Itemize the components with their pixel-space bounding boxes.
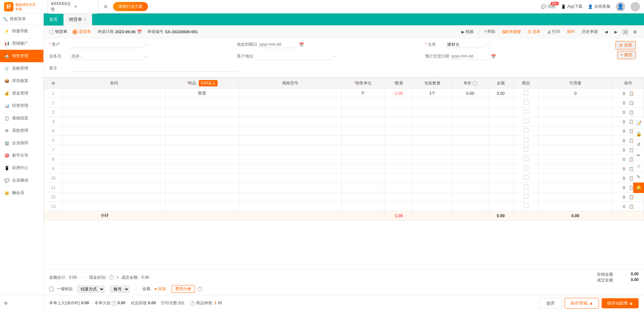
cell-spec[interactable] <box>239 164 341 173</box>
cell-product[interactable] <box>165 98 239 108</box>
radio-sales-order[interactable]: 销货单 <box>49 29 67 35</box>
cell-gift[interactable] <box>513 89 538 98</box>
cell-quantity[interactable] <box>384 192 412 202</box>
company-selector[interactable]: XXXXXX公司 ▼ <box>48 0 98 14</box>
cell-barcode[interactable] <box>63 117 165 126</box>
avatar[interactable]: 👤 <box>616 2 625 11</box>
salesman-dots-btn[interactable]: ··· <box>145 54 148 59</box>
copy-icon[interactable]: 📋 <box>629 204 634 209</box>
cell-quantity[interactable] <box>384 98 412 108</box>
cell-spec[interactable] <box>239 136 341 145</box>
nav-prev-btn[interactable]: ◀ <box>603 29 610 35</box>
cell-gift[interactable] <box>513 155 538 164</box>
cell-product[interactable] <box>165 117 239 126</box>
logistics-button[interactable]: + 物流 <box>617 51 636 59</box>
remark-input[interactable] <box>69 65 237 72</box>
radio-return-order[interactable]: 退货单 <box>73 29 91 35</box>
view-grid-btn[interactable]: ⊞ <box>631 29 639 35</box>
copy-icon[interactable]: 📋 <box>629 91 634 96</box>
delete-icon[interactable]: 🗑 <box>622 110 626 115</box>
history-btn[interactable]: 历史单据 <box>580 28 600 35</box>
warehouse-dots-btn[interactable]: ··· <box>487 42 490 47</box>
cell-product[interactable] <box>165 173 239 183</box>
cell-product[interactable] <box>165 183 239 192</box>
nav-next-btn[interactable]: ▶ <box>612 29 619 35</box>
cell-barcode[interactable] <box>63 155 165 164</box>
delete-icon[interactable]: 🗑 <box>622 195 626 199</box>
cell-product[interactable]: 拆货 <box>165 89 239 98</box>
cell-product[interactable] <box>165 126 239 136</box>
delete-icon[interactable]: 🗑 <box>622 185 626 190</box>
abandon-button[interactable]: 放弃 <box>539 298 562 309</box>
cell-unit-price[interactable] <box>452 145 488 155</box>
customer-input[interactable] <box>69 41 143 48</box>
cash-discount-info-icon[interactable]: ? <box>109 275 114 280</box>
operate-btn[interactable]: 操作 <box>565 28 577 35</box>
help-btn[interactable]: ? 帮助 <box>482 28 497 35</box>
cell-gift[interactable] <box>513 173 538 183</box>
unit-price-info-icon[interactable]: i <box>472 81 477 86</box>
cell-gift[interactable] <box>513 192 538 202</box>
message-button[interactable]: 💬 消息 99+ <box>541 4 556 9</box>
save-draft-button[interactable]: 保存草稿 ▲ <box>565 298 599 309</box>
trial-button[interactable]: 体验行业方案 <box>113 2 148 11</box>
total-owes-info-icon[interactable]: ? <box>112 301 116 306</box>
delete-icon[interactable]: 🗑 <box>622 129 626 133</box>
sidebar-item-quick-nav[interactable]: ⚡ 快捷导航 <box>0 25 43 37</box>
sidebar-settings[interactable]: ⚙ <box>0 298 43 308</box>
expected-delivery-calendar-icon[interactable]: 📅 <box>491 54 496 59</box>
float-pencil-icon[interactable]: ✏ <box>633 150 644 161</box>
cell-quantity[interactable] <box>384 117 412 126</box>
cell-barcode[interactable] <box>63 98 165 108</box>
due-date-input[interactable] <box>257 41 298 48</box>
print-btn[interactable]: 🖨 打印 <box>545 28 562 35</box>
cell-spec[interactable] <box>239 202 341 211</box>
cell-quantity[interactable] <box>384 108 412 117</box>
settings-icon[interactable]: ⚙ <box>101 2 110 11</box>
cell-spec[interactable] <box>239 89 341 98</box>
sidebar-item-member[interactable]: 👑 畅会员 <box>0 187 43 199</box>
sidebar-item-inventory[interactable]: 📦 库存核算 <box>0 75 43 87</box>
cell-product[interactable] <box>165 202 239 211</box>
cell-quantity[interactable] <box>384 126 412 136</box>
cell-gift[interactable] <box>513 108 538 117</box>
cell-quantity[interactable] <box>384 164 412 173</box>
float-lock-icon[interactable]: 🔒 <box>633 129 644 140</box>
cell-product[interactable] <box>165 192 239 202</box>
copy-icon[interactable]: 📋 <box>629 101 634 105</box>
cell-quantity[interactable] <box>384 173 412 183</box>
sidebar-item-app-center[interactable]: 📱 应用中心 <box>0 162 43 174</box>
cell-barcode[interactable] <box>63 173 165 183</box>
copy-icon[interactable]: 📋 <box>629 110 634 115</box>
cell-spec[interactable] <box>239 173 341 183</box>
cell-gift[interactable] <box>513 136 538 145</box>
online-service-button[interactable]: 👤 在线客服 <box>588 4 610 9</box>
cell-quantity[interactable] <box>384 136 412 145</box>
float-star-icon[interactable]: ☆ <box>633 161 644 172</box>
cell-gift[interactable] <box>513 183 538 192</box>
cell-barcode[interactable] <box>63 89 165 98</box>
one-click-payment-checkbox[interactable] <box>49 287 53 291</box>
sidebar-item-basic-info[interactable]: 📋 基础信息 <box>0 112 43 124</box>
float-note-icon[interactable]: ✎ <box>633 172 644 183</box>
cell-product[interactable] <box>165 155 239 164</box>
scan-button[interactable]: 扫码录入 <box>199 80 218 86</box>
cell-unit-price[interactable] <box>452 173 488 183</box>
cell-barcode[interactable] <box>63 202 165 211</box>
cell-barcode[interactable] <box>63 108 165 117</box>
shortcut-btn[interactable]: ⌨ 快捷键 <box>500 28 523 35</box>
sidebar-item-marketing[interactable]: 📢 营销推广 <box>0 37 43 50</box>
expense-split-btn[interactable]: 费用分摊 <box>172 285 195 293</box>
cell-barcode[interactable] <box>63 183 165 192</box>
cell-product[interactable] <box>165 164 239 173</box>
select-btn[interactable]: ☰ 选单 <box>526 28 542 35</box>
settings-button[interactable]: ⚙ 设置 <box>615 41 636 49</box>
tab-sales-order[interactable]: 销货单 × <box>64 13 92 26</box>
sidebar-item-enterprise[interactable]: 🏢 企业协同 <box>0 137 43 149</box>
float-refresh-icon[interactable]: ↺ <box>633 140 644 150</box>
tab-home[interactable]: 首页 <box>44 13 64 26</box>
float-edit-icon[interactable]: 📝 <box>633 118 644 129</box>
cell-product[interactable] <box>165 145 239 155</box>
delete-icon[interactable]: 🗑 <box>622 166 626 171</box>
account-dots-btn[interactable]: ··· <box>134 287 137 291</box>
